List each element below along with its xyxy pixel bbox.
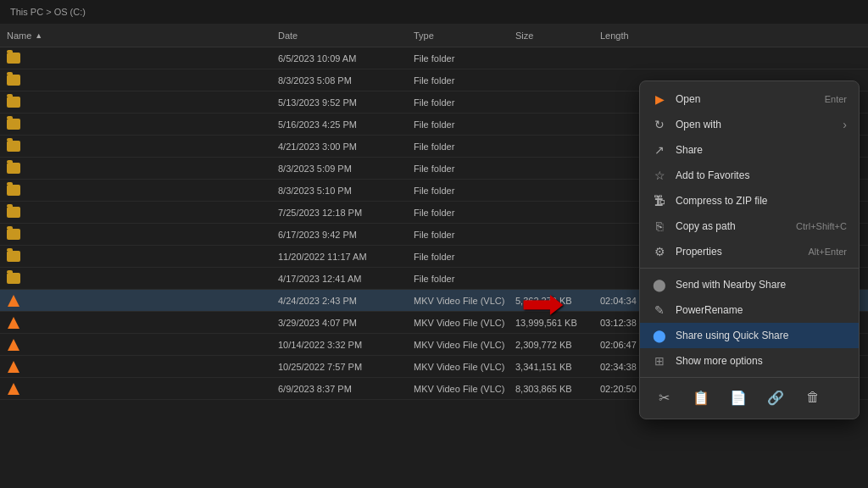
row-type: MKV Video File (VLC) [414,340,515,350]
menu-item-properties[interactable]: ⚙ Properties Alt+Enter [640,239,859,264]
row-name [7,119,278,130]
more-options-label: Show more options [676,355,847,367]
header-name[interactable]: Name ▲ [7,30,278,41]
row-type: MKV Video File (VLC) [414,318,515,328]
folder-icon [7,97,20,108]
table-row[interactable]: 6/5/2023 10:09 AM File folder [0,47,868,69]
row-date: 8/3/2023 5:10 PM [278,186,414,196]
menu-item-open-with[interactable]: ↻ Open with › [640,112,859,137]
menu-item-add-favorites[interactable]: ☆ Add to Favorites [640,163,859,188]
row-date: 6/5/2023 10:09 AM [278,53,414,64]
header-length[interactable]: Length [600,30,668,41]
row-type: MKV Video File (VLC) [414,384,515,394]
link-icon[interactable]: 🔗 [764,385,787,409]
folder-icon [7,251,20,262]
vlc-icon [7,316,20,330]
folder-icon [7,207,20,218]
folder-icon [7,53,20,64]
row-date: 6/17/2023 9:42 PM [278,230,414,240]
nearby-share-icon: ⬤ [652,277,667,292]
powerrename-icon: ✎ [652,302,667,318]
row-name [7,163,278,174]
paste-icon[interactable]: 📄 [726,385,750,409]
row-date: 7/25/2023 12:18 PM [278,208,414,218]
menu-separator-bottom [640,377,859,378]
row-name [7,75,278,86]
folder-icon [7,229,20,240]
vlc-icon [7,360,20,374]
row-type: File folder [414,141,515,152]
menu-item-more-options[interactable]: ⊞ Show more options [640,348,859,374]
delete-icon[interactable]: 🗑 [801,385,825,409]
row-name [7,251,278,262]
copy-path-icon: ⎘ [652,219,667,234]
folder-icon [7,185,20,196]
row-type: File folder [414,208,515,218]
row-size: 3,341,151 KB [515,362,600,372]
row-type: File folder [414,53,515,64]
copy-path-shortcut: Ctrl+Shift+C [796,221,847,231]
row-type: File folder [414,186,515,196]
context-menu: ▶ Open Enter ↻ Open with › ↗ Share ☆ Add… [639,80,860,419]
menu-separator [640,268,859,269]
copy-path-label: Copy as path [676,220,787,232]
share-icon: ↗ [652,142,667,158]
row-type: File folder [414,119,515,130]
menu-item-powerrename[interactable]: ✎ PowerRename [640,297,859,323]
row-date: 5/13/2023 9:52 PM [278,97,414,108]
open-with-label: Open with [676,119,834,130]
powerrename-label: PowerRename [676,304,847,316]
row-date: 4/24/2023 2:43 PM [278,296,414,306]
menu-item-compress-zip[interactable]: 🗜 Compress to ZIP file [640,188,859,214]
row-size: 2,309,772 KB [515,340,600,350]
menu-item-quick-share[interactable]: ⬤ Share using Quick Share [640,323,859,348]
open-with-icon: ↻ [652,117,667,132]
header-date[interactable]: Date [278,30,414,41]
open-with-arrow-icon: › [843,118,847,131]
header-type[interactable]: Type [414,30,515,41]
nearby-share-label: Send with Nearby Share [676,279,847,291]
quick-share-icon: ⬤ [652,328,667,343]
properties-icon: ⚙ [652,244,667,259]
open-icon: ▶ [652,92,667,107]
row-name [7,316,278,330]
row-type: File folder [414,274,515,284]
folder-icon [7,119,20,130]
row-name [7,229,278,240]
row-date: 4/21/2023 3:00 PM [278,141,414,152]
row-size: 8,303,865 KB [515,384,600,394]
row-date: 8/3/2023 5:08 PM [278,75,414,86]
menu-item-share[interactable]: ↗ Share [640,137,859,163]
row-date: 3/29/2023 4:07 PM [278,318,414,328]
folder-icon [7,273,20,284]
header-size[interactable]: Size [515,30,600,41]
menu-item-copy-path[interactable]: ⎘ Copy as path Ctrl+Shift+C [640,214,859,239]
row-type: File folder [414,75,515,86]
properties-shortcut: Alt+Enter [808,247,847,257]
row-type: File folder [414,252,515,262]
open-shortcut: Enter [825,94,847,104]
vlc-icon [7,338,20,352]
row-name [7,273,278,284]
menu-item-nearby-share[interactable]: ⬤ Send with Nearby Share [640,272,859,297]
row-name [7,382,278,396]
row-date: 11/20/2022 11:17 AM [278,252,414,262]
row-date: 10/14/2022 3:32 PM [278,340,414,350]
folder-icon [7,163,20,174]
row-type: File folder [414,97,515,108]
row-type: File folder [414,230,515,240]
red-arrow-indicator: ➡ [520,280,565,327]
row-type: MKV Video File (VLC) [414,362,515,372]
table-header: Name ▲ Date Type Size Length [0,24,868,47]
add-favorites-icon: ☆ [652,168,667,183]
row-name [7,294,278,308]
row-date: 10/25/2022 7:57 PM [278,362,414,372]
menu-item-open[interactable]: ▶ Open Enter [640,86,859,112]
cut-icon[interactable]: ✂ [652,385,676,409]
compress-zip-label: Compress to ZIP file [676,195,847,207]
row-name [7,207,278,218]
vlc-icon [7,382,20,396]
copy-icon[interactable]: 📋 [689,385,713,409]
share-label: Share [676,144,847,156]
folder-icon [7,75,20,86]
